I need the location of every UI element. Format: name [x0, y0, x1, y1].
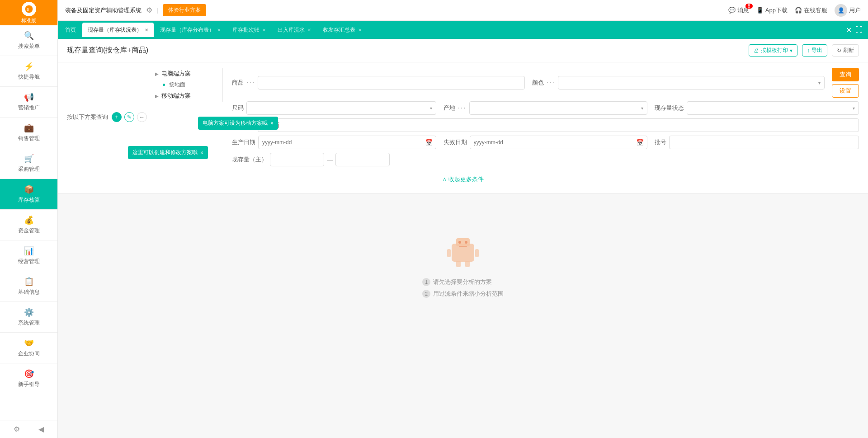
logo-text: 标准版	[21, 17, 36, 24]
add-scheme-btn[interactable]: +	[112, 112, 122, 122]
refresh-label: 刷新	[843, 47, 854, 54]
avatar: 👤	[835, 4, 847, 17]
tab-batch-label: 库存批次账	[232, 26, 259, 34]
arrow-left-btn[interactable]: ←	[137, 112, 147, 122]
collapse-footer-btn[interactable]: ◀	[38, 425, 44, 433]
goods-more-btn[interactable]: ···	[246, 79, 255, 87]
sidebar-logo: 6 标准版	[0, 0, 57, 25]
tab-inout[interactable]: 出入库流水 ✕	[272, 23, 316, 37]
scheme-desktop-item[interactable]: ● 接地面	[162, 80, 217, 90]
gear-icon[interactable]: ⚙	[146, 6, 152, 14]
sidebar-item-label: 资金管理	[18, 227, 40, 235]
batch-input[interactable]	[669, 136, 859, 149]
goods-select-area[interactable]	[258, 76, 524, 89]
size-select[interactable]: ▾	[246, 101, 436, 115]
empty-tip-1: 1 请先选择要分析的方案	[422, 278, 504, 286]
tab-stock-dist[interactable]: 现存量（库存分布表） ✕	[155, 23, 226, 37]
sidebar-item-marketing[interactable]: 📢 营销推广	[0, 87, 57, 118]
field-label-color: 颜色	[532, 79, 544, 87]
sidebar-item-label: 搜索菜单	[18, 42, 40, 50]
tab-inout-close[interactable]: ✕	[307, 28, 311, 33]
collapse-more-btn[interactable]: ∧ 收起更多条件	[67, 171, 859, 188]
scheme-desktop[interactable]: ▶ 电脑端方案	[155, 68, 217, 80]
sidebar-item-system[interactable]: ⚙️ 系统管理	[0, 302, 57, 333]
tab-stock-dist-close[interactable]: ✕	[217, 28, 221, 33]
scheme-mobile-label: 移动端方案	[161, 92, 191, 100]
app-icon: 📱	[756, 7, 764, 14]
tab-close-all-icon[interactable]: ✕	[846, 26, 852, 34]
filter-row-1: 商品 ··· 颜色 ··· ▾	[232, 68, 859, 98]
empty-illustration	[443, 230, 483, 271]
tooltip-2-close[interactable]: ×	[200, 150, 203, 156]
app-download-link[interactable]: 📱 App下载	[756, 6, 788, 14]
search-btn[interactable]: 查询	[832, 68, 859, 81]
sidebar-item-label: 基础信息	[18, 288, 40, 296]
sidebar-item-label: 快捷导航	[18, 73, 40, 81]
stock-status-chevron: ▾	[853, 106, 855, 111]
sidebar-item-guide[interactable]: 🎯 新手引导	[0, 363, 57, 394]
prod-date-input[interactable]	[258, 136, 436, 149]
stock-status-select[interactable]: ▾	[687, 101, 859, 115]
settings-footer-btn[interactable]: ⚙	[14, 425, 20, 433]
stock-main-to-input[interactable]	[335, 153, 390, 166]
tab-stock-status[interactable]: 现存量（库存状况表） ✕	[82, 23, 154, 37]
trial-btn[interactable]: 体验行业方案	[163, 4, 206, 16]
online-service-link[interactable]: 🎧 在线客服	[795, 6, 827, 14]
origin-select[interactable]: ▾	[469, 101, 647, 115]
svg-rect-8	[475, 249, 479, 257]
template-print-btn[interactable]: 🖨 按模板打印 ▾	[749, 44, 797, 57]
chevron-down-icon: ▾	[790, 47, 793, 54]
sidebar-item-finance[interactable]: 💰 资金管理	[0, 210, 57, 240]
stock-main-from-input[interactable]	[270, 153, 324, 166]
tab-home[interactable]: 首页	[60, 23, 81, 37]
warehouse-select[interactable]: 接地面	[258, 118, 859, 132]
tab-batch[interactable]: 库存批次账 ✕	[227, 23, 271, 37]
exp-date-input[interactable]	[470, 136, 648, 149]
user-info[interactable]: 👤 用户	[835, 4, 861, 17]
headset-icon: 🎧	[795, 7, 802, 14]
color-select-area[interactable]: ▾	[558, 76, 825, 89]
tip-1-text: 请先选择要分析的方案	[433, 278, 492, 286]
tip-2-text: 用过滤条件来缩小分析范围	[433, 290, 504, 298]
refresh-btn[interactable]: ↻ 刷新	[832, 44, 859, 57]
purchase-icon: 🛒	[24, 154, 34, 164]
main-area: 装备及固定资产辅助管理系统 ⚙ | 体验行业方案 💬 8 消息 📱 App下载 …	[58, 0, 868, 438]
filter-label: 按以下方案查询	[67, 113, 108, 121]
size-chevron: ▾	[430, 106, 432, 111]
edit-scheme-btn[interactable]: ✎	[124, 112, 134, 122]
sidebar-item-purchase[interactable]: 🛒 采购管理	[0, 148, 57, 179]
sidebar-item-label: 营销推广	[18, 104, 40, 112]
tab-batch-close[interactable]: ✕	[262, 28, 266, 33]
sidebar-item-search[interactable]: 🔍 搜索菜单	[0, 25, 57, 56]
sidebar-item-stock[interactable]: 📦 库存核算	[0, 179, 57, 210]
app-label: App下载	[765, 6, 788, 14]
tab-collect-close[interactable]: ✕	[358, 28, 362, 33]
export-icon: ↑	[807, 47, 810, 54]
tooltip-text-2: 这里可以创建和修改方案哦	[132, 149, 198, 156]
basic-icon: 📋	[24, 277, 34, 287]
tooltip-1-close[interactable]: ×	[270, 120, 274, 127]
sidebar-item-sales[interactable]: 💼 销售管理	[0, 118, 57, 148]
exp-date-calendar-icon[interactable]: 📅	[636, 139, 644, 146]
scheme-mobile[interactable]: ▶ 移动端方案	[155, 90, 217, 102]
operation-icon: 📊	[24, 246, 34, 256]
collapse-icon: ∧	[442, 176, 447, 183]
reset-btn[interactable]: 设置	[832, 84, 859, 98]
origin-more-btn[interactable]: ···	[458, 104, 467, 112]
svg-rect-9	[456, 261, 461, 267]
filter-row-2: 尺码 ▾ 产地 ··· ▾	[232, 101, 859, 115]
prod-date-calendar-icon[interactable]: 📅	[425, 139, 433, 146]
tab-stock-status-close[interactable]: ✕	[145, 28, 148, 33]
tab-maximize-icon[interactable]: ⛶	[855, 26, 863, 34]
export-btn[interactable]: ↑ 导出	[802, 44, 827, 57]
svg-rect-3	[456, 238, 470, 246]
tab-collect[interactable]: 收发存汇总表 ✕	[317, 23, 367, 37]
sidebar-item-enterprise[interactable]: 🤝 企业协同	[0, 333, 57, 363]
message-icon: 💬	[728, 7, 736, 14]
export-label: 导出	[811, 47, 822, 54]
color-more-btn[interactable]: ···	[547, 79, 555, 87]
sidebar-item-basic[interactable]: 📋 基础信息	[0, 271, 57, 302]
sidebar-item-operation[interactable]: 📊 经营管理	[0, 240, 57, 271]
message-link[interactable]: 💬 8 消息	[728, 6, 749, 14]
sidebar-item-quick[interactable]: ⚡ 快捷导航	[0, 56, 57, 87]
